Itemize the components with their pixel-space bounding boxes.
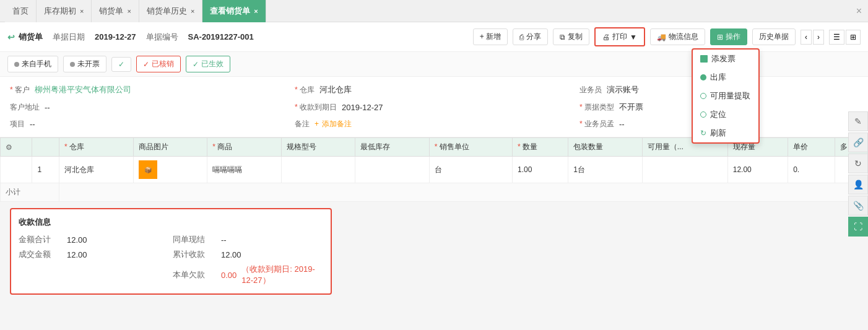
payment-date-field: 收款到期日 2019-12-27: [295, 102, 573, 113]
print-icon: 🖨: [602, 33, 610, 41]
cell-min-stock: [355, 157, 430, 183]
staff2-label: 业务员孟: [579, 119, 614, 129]
menu-add-invoice[interactable]: 添发票: [693, 50, 758, 68]
history-button[interactable]: 历史单据: [752, 28, 796, 45]
cell-spec: [281, 157, 355, 183]
next-button[interactable]: ›: [813, 30, 824, 45]
tab-inventory-init[interactable]: 库存期初 ×: [37, 0, 92, 22]
view-list[interactable]: ☰: [829, 30, 844, 45]
already-effective-button[interactable]: ✓ 已生效: [186, 56, 230, 72]
close-tab-view-sales[interactable]: ×: [254, 7, 258, 15]
customer-value[interactable]: 柳州粤港平安气体有限公司: [35, 84, 131, 95]
col-pack-qty: 包装数量: [568, 138, 643, 157]
add-invoice-icon: [700, 55, 708, 63]
tab-sales-history[interactable]: 销货单历史 ×: [139, 0, 202, 22]
customer-field: 客户 柳州粤港平安气体有限公司: [10, 84, 289, 95]
right-refresh-button[interactable]: ↻: [848, 154, 868, 173]
accumulated-value: 12.00: [221, 250, 241, 259]
add-note-button[interactable]: + 添加备注: [315, 119, 352, 129]
col-unit-price: 单价: [788, 138, 835, 157]
main-toolbar: + 新增 ⎙ 分享 ⧉ 复制 🖨 打印 ▼ 🚚 物流信息 ⊞ 操作: [473, 27, 861, 46]
close-all-tabs[interactable]: ×: [856, 6, 862, 17]
logistics-button[interactable]: 🚚 物流信息: [650, 28, 705, 45]
warehouse-label: 仓库: [295, 85, 315, 95]
add-note-icon: +: [315, 119, 319, 128]
right-attachment-button[interactable]: 📎: [848, 196, 868, 215]
number-value: SA-20191227-001: [188, 32, 254, 41]
amount-total-value: 12.00: [67, 235, 87, 245]
share-icon: ⎙: [519, 33, 524, 41]
date-value: 2019-12-27: [95, 32, 136, 41]
doc-type-icon: ↩: [7, 32, 15, 42]
amount-total-row: 金额合计 12.00: [19, 234, 169, 245]
operations-button[interactable]: ⊞ 操作: [710, 28, 747, 45]
project-field: 项目 --: [10, 119, 289, 129]
right-user-button[interactable]: 👤: [848, 175, 868, 194]
doc-type-label: 销货单: [19, 32, 43, 43]
new-button[interactable]: + 新增: [473, 28, 508, 45]
same-order-label: 同单现结: [173, 234, 216, 245]
refresh-icon: ↻: [700, 129, 706, 137]
right-edit-button[interactable]: ✎: [848, 111, 868, 131]
close-tab-history[interactable]: ×: [191, 7, 194, 15]
share-button[interactable]: ⎙ 分享: [513, 28, 548, 45]
tab-bar: 首页 库存期初 × 销货单 × 销货单历史 × 查看销货单 × ×: [0, 0, 868, 22]
document-title: ↩ 销货单: [7, 32, 43, 43]
document-meta: 单据日期 2019-12-27 单据编号 SA-20191227-001: [53, 32, 254, 43]
staff2-value: --: [619, 119, 625, 129]
address-field: 客户地址 --: [10, 102, 289, 113]
amount-total-label: 金额合计: [19, 234, 62, 245]
available-qty-icon: [700, 93, 706, 99]
table-row: 1 河北仓库 📦 嗝嗝嗝嗝 台 1.00 1台 12.00 0.: [1, 157, 868, 183]
product-image: 📦: [139, 160, 157, 179]
payment-grid: 金额合计 12.00 成交金额 12.00 同单现结 -- 累计收款 12.00…: [19, 234, 323, 286]
transaction-row: 成交金额 12.00: [19, 249, 169, 260]
menu-locate[interactable]: 定位: [693, 105, 758, 124]
from-mobile-button[interactable]: 来自手机: [7, 56, 58, 72]
payment-right: 同单现结 -- 累计收款 12.00 本单欠款 0.00 （收款到期日: 201…: [173, 234, 323, 286]
tab-home[interactable]: 首页: [5, 0, 37, 22]
copy-button[interactable]: ⧉ 复制: [553, 28, 589, 45]
effect-icon: ✓: [193, 60, 199, 69]
tab-view-sales[interactable]: 查看销货单 ×: [202, 0, 266, 22]
due-date-text: （收款到期日: 2019-12-27）: [241, 264, 323, 286]
payment-date-label: 收款到期日: [295, 102, 337, 113]
same-order-value: --: [221, 235, 227, 245]
outbound-icon: [700, 74, 706, 80]
cell-warehouse: 河北仓库: [59, 157, 134, 183]
menu-refresh[interactable]: ↻ 刷新: [693, 124, 758, 142]
payment-section: 收款信息 金额合计 12.00 成交金额 12.00 同单现结 -- 累计收款 …: [10, 208, 332, 295]
close-tab-inventory[interactable]: ×: [80, 7, 84, 15]
transaction-value: 12.00: [67, 250, 87, 259]
project-label: 项目: [10, 119, 25, 129]
overdue-value: 0.00: [221, 271, 237, 280]
address-label: 客户地址: [10, 102, 40, 113]
col-settings[interactable]: ⚙: [1, 138, 32, 157]
print-button[interactable]: 🖨 打印 ▼: [596, 29, 643, 45]
close-tab-sales[interactable]: ×: [127, 7, 131, 15]
check-icon: ✓: [118, 60, 124, 69]
subtotal-row: 小计: [1, 183, 868, 202]
cell-unit-price: 0.: [788, 157, 835, 183]
right-link-button[interactable]: 🔗: [848, 132, 868, 152]
col-sales-unit: * 销售单位: [429, 138, 512, 157]
col-quantity: * 数量: [513, 138, 568, 157]
view-grid[interactable]: ⊞: [846, 30, 861, 45]
not-open-dot-icon: [70, 62, 75, 67]
col-warehouse: * 仓库: [59, 138, 134, 157]
cell-pack-qty: 1台: [568, 157, 643, 183]
right-expand-button[interactable]: ⛶: [848, 217, 868, 237]
menu-available-qty[interactable]: 可用量提取: [693, 87, 758, 105]
already-cancelled-button[interactable]: ✓ 已核销: [136, 56, 181, 72]
view-toggle: ☰ ⊞: [829, 30, 861, 45]
cell-available: [642, 157, 727, 183]
menu-outbound[interactable]: 出库: [693, 68, 758, 87]
tab-sales-order[interactable]: 销货单 ×: [92, 0, 139, 22]
payment-date-value: 2019-12-27: [342, 103, 383, 112]
not-open-ticket-button[interactable]: 未开票: [63, 56, 106, 72]
check-button[interactable]: ✓: [111, 57, 131, 72]
date-label: 单据日期: [53, 32, 85, 43]
address-value: --: [45, 103, 50, 112]
accumulated-label: 累计收款: [173, 249, 216, 260]
prev-button[interactable]: ‹: [801, 30, 812, 45]
